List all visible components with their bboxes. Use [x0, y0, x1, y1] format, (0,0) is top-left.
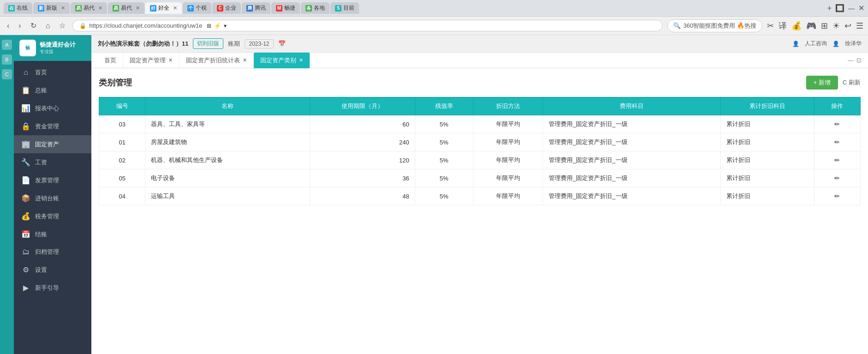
browser-tab-6[interactable]: C企业 — [212, 2, 241, 14]
grid-icon[interactable]: ⊞ — [821, 21, 828, 31]
browser-window-controls[interactable]: + 🔲 — ✕ — [827, 4, 864, 12]
content-tab-0[interactable]: 首页 — [98, 53, 123, 68]
sidebar-item-新手引导[interactable]: ▶新手引导 — [14, 279, 91, 297]
sidebar-item-首页[interactable]: ⌂首页 — [14, 64, 91, 81]
content-tab-close-2[interactable]: ✕ — [243, 57, 247, 63]
new-tab-icon[interactable]: + — [827, 4, 832, 12]
cell-code-1[interactable]: 01 — [99, 133, 145, 151]
maximize-icon[interactable]: — — [848, 5, 855, 12]
cell-edit-0[interactable]: ✏ — [814, 115, 860, 133]
sidebar-item-工资[interactable]: 🔧工资 — [14, 153, 91, 171]
reload-button[interactable]: ↻ — [28, 20, 39, 31]
sidebar-app-name: 畅捷通好会计 — [40, 41, 76, 49]
col-header-7: 操作 — [814, 97, 860, 115]
cell-edit-4[interactable]: ✏ — [814, 187, 860, 205]
sidebar-logo: 畅 — [19, 40, 36, 56]
history-icon[interactable]: ↩ — [844, 21, 851, 31]
browser-tab-10[interactable]: S目前 — [330, 2, 359, 14]
strip-icon-3[interactable]: C — [2, 69, 12, 79]
cell-expense-2: 管理费用_固定资产折旧_一级 — [543, 151, 721, 169]
new-button[interactable]: + 新增 — [806, 76, 838, 90]
sidebar-item-税务管理[interactable]: 💰税务管理 — [14, 207, 91, 225]
maximize-panel-icon[interactable]: ⊡ — [856, 57, 862, 64]
search-box[interactable]: 🔍 360智能抠图免费用 🔥热搜 — [667, 19, 762, 32]
menu-icon[interactable]: ☰ — [856, 21, 863, 31]
browser-tab-9[interactable]: 各各地 — [301, 2, 329, 14]
content-tab-1[interactable]: 固定资产管理✕ — [123, 53, 180, 68]
url-bar[interactable]: 🔒 https://cloud.chanjet.com/accounting/u… — [72, 20, 662, 31]
period-value: 2023-12 — [245, 39, 273, 48]
cell-code-0[interactable]: 03 — [99, 115, 145, 133]
sidebar-label-9: 结账 — [35, 230, 47, 239]
back-button[interactable]: ‹ — [5, 21, 12, 31]
browser-tab-7[interactable]: 腾腾讯 — [242, 2, 270, 14]
content-tab-label-3: 固定资产类别 — [260, 56, 296, 65]
close-window-icon[interactable]: ✕ — [858, 4, 864, 12]
cell-code-3[interactable]: 05 — [99, 169, 145, 187]
cell-edit-2[interactable]: ✏ — [814, 151, 860, 169]
calendar-icon[interactable]: 📅 — [278, 40, 286, 47]
lightning-icon[interactable]: ⚡ — [214, 23, 221, 29]
content-tab-2[interactable]: 固定资产折旧统计表✕ — [180, 53, 254, 68]
cell-method-2: 年限平均 — [473, 151, 543, 169]
bookmark-button[interactable]: ☆ — [57, 20, 68, 31]
consultant-label[interactable]: 人工咨询 — [805, 40, 827, 48]
sidebar-label-2: 报表中心 — [35, 104, 59, 113]
browser-tab-3[interactable]: 易易代✕ — [108, 2, 144, 14]
site-info-icon[interactable]: ⊞ — [207, 23, 211, 29]
cell-edit-3[interactable]: ✏ — [814, 169, 860, 187]
cell-code-4[interactable]: 04 — [99, 187, 145, 205]
browser-tab-0[interactable]: 在在线 — [4, 2, 32, 14]
cell-residual-1: 5% — [415, 133, 473, 151]
tab-close-1[interactable]: ✕ — [61, 5, 65, 11]
cell-code-2[interactable]: 02 — [99, 151, 145, 169]
sidebar-label-10: 归档管理 — [35, 248, 59, 256]
sidebar-item-发票管理[interactable]: 📄发票管理 — [14, 171, 91, 189]
home-button[interactable]: ⌂ — [43, 21, 53, 31]
translate-icon[interactable]: 译 — [778, 20, 787, 31]
content-tab-label-1: 固定资产管理 — [130, 56, 166, 65]
browser-tab-8[interactable]: M畅捷 — [271, 2, 300, 14]
tab-close-4[interactable]: ✕ — [173, 5, 177, 11]
address-dropdown-icon[interactable]: ▾ — [224, 23, 227, 29]
minimize-panel-icon[interactable]: — — [848, 57, 854, 64]
game-icon[interactable]: 🎮 — [806, 21, 816, 31]
browser-tab-2[interactable]: 易易代✕ — [71, 2, 107, 14]
forward-button[interactable]: › — [16, 21, 23, 31]
page-title: 类别管理 — [99, 77, 132, 88]
sidebar-item-固定资产[interactable]: 🏢固定资产 — [14, 135, 91, 153]
wallet-icon[interactable]: 💰 — [791, 21, 802, 31]
scissors-icon[interactable]: ✂ — [767, 21, 774, 31]
brightness-icon[interactable]: ☀ — [832, 21, 840, 31]
switch-version-button[interactable]: 切到旧版 — [193, 38, 223, 49]
tab-close-2[interactable]: ✕ — [98, 5, 102, 11]
minimize-icon[interactable]: 🔲 — [835, 4, 844, 12]
content-tab-close-1[interactable]: ✕ — [168, 57, 173, 63]
cell-accumulated-2: 累计折旧 — [720, 151, 814, 169]
sidebar-item-报表中心[interactable]: 📊报表中心 — [14, 99, 91, 117]
refresh-button[interactable]: C 刷新 — [843, 78, 861, 87]
sidebar-item-结账[interactable]: 📅结账 — [14, 225, 91, 243]
cell-accumulated-0: 累计折旧 — [720, 115, 814, 133]
browser-tab-4[interactable]: 好好全✕ — [145, 2, 182, 14]
tab-close-3[interactable]: ✕ — [136, 5, 140, 11]
content-tab-close-3[interactable]: ✕ — [299, 57, 303, 63]
sidebar-item-设置[interactable]: ⚙设置 — [14, 261, 91, 279]
sidebar-icon-0: ⌂ — [21, 68, 30, 77]
cell-period-0: 60 — [310, 115, 415, 133]
strip-icon-1[interactable]: A — [2, 40, 12, 50]
consultant-icon: 👤 — [792, 41, 799, 47]
sidebar-label-5: 工资 — [35, 158, 47, 167]
cell-edit-1[interactable]: ✏ — [814, 133, 860, 151]
sidebar-item-归档管理[interactable]: 🗂归档管理 — [14, 243, 91, 261]
content-tab-3[interactable]: 固定资产类别✕ — [254, 53, 310, 68]
sidebar-item-总账[interactable]: 📋总账 — [14, 81, 91, 99]
browser-tab-5[interactable]: 个个税 — [183, 2, 211, 14]
sidebar-label-8: 税务管理 — [35, 212, 59, 221]
browser-tab-1[interactable]: 新新版✕ — [33, 2, 70, 14]
sidebar-item-进销台账[interactable]: 📦进销台账 — [14, 189, 91, 207]
user-avatar-icon: 👤 — [832, 41, 839, 47]
sidebar-icon-2: 📊 — [21, 104, 30, 113]
sidebar-item-资金管理[interactable]: 🔒资金管理 — [14, 117, 91, 135]
strip-icon-2[interactable]: B — [2, 54, 12, 65]
